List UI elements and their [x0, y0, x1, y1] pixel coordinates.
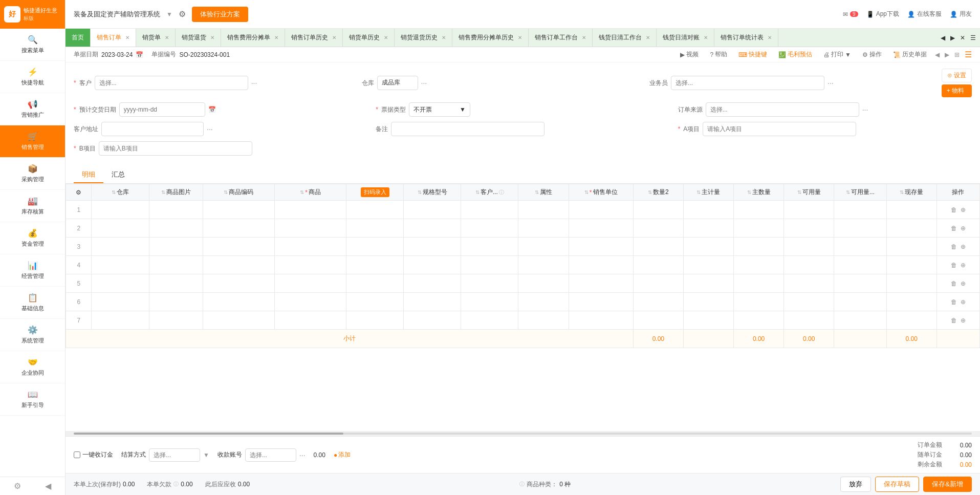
close-tab-6[interactable]: ✕: [384, 35, 388, 40]
address-dots[interactable]: ···: [207, 125, 213, 133]
tab-slip-history[interactable]: 销货单历史 ✕: [343, 29, 395, 47]
sub-tab-summary[interactable]: 汇总: [103, 167, 133, 183]
sidebar-item-search[interactable]: 🔍 搜索菜单: [0, 29, 65, 61]
close-tab-3[interactable]: ✕: [210, 35, 214, 40]
sidebar-item-marketing[interactable]: 📢 营销推广: [0, 93, 65, 125]
customer-input[interactable]: [95, 76, 248, 90]
copy-row-3-btn[interactable]: ⊕: [961, 243, 966, 250]
topbar-gear-icon[interactable]: ⚙: [179, 9, 186, 19]
discard-button[interactable]: 放弃: [840, 477, 871, 492]
copy-row-1-btn[interactable]: ⊕: [961, 206, 966, 213]
tab-sales-history[interactable]: 销售订单历史 ✕: [285, 29, 343, 47]
sidebar-item-operations[interactable]: 📊 经营管理: [0, 254, 65, 287]
sidebar-item-guide[interactable]: 📖 新手引导: [0, 383, 65, 416]
salesperson-input[interactable]: [671, 76, 824, 90]
scan-btn[interactable]: 扫码录入: [361, 187, 389, 197]
cell-attribute-1[interactable]: [518, 201, 569, 219]
cell-spec-1[interactable]: [404, 201, 461, 219]
settings-button[interactable]: ⊙ 设置: [942, 69, 972, 82]
view-btn[interactable]: ▶ 视频: [677, 49, 702, 60]
shortcut-btn[interactable]: ⌨ 快捷键: [735, 49, 770, 60]
order-source-dots[interactable]: ···: [862, 105, 868, 114]
receipt-account-dots[interactable]: ···: [299, 451, 306, 459]
horizontal-scrollbar[interactable]: [66, 431, 980, 436]
save-new-button[interactable]: 保存&新增: [923, 477, 972, 492]
sidebar-item-quicknav[interactable]: ⚡ 快捷导航: [0, 61, 65, 93]
calendar-icon[interactable]: 📅: [136, 51, 143, 58]
tab-prev-btn[interactable]: ◀: [939, 33, 947, 42]
nav-next-btn[interactable]: ▶: [945, 51, 949, 58]
cell-unit-1[interactable]: [569, 201, 633, 219]
tab-fee-history[interactable]: 销售费用分摊单历史 ✕: [452, 29, 529, 47]
close-tab-9[interactable]: ✕: [582, 35, 586, 40]
cell-qty2-1[interactable]: [633, 201, 683, 219]
nav-prev-btn[interactable]: ◀: [935, 51, 940, 58]
tab-sales-fee[interactable]: 销售费用分摊单 ✕: [221, 29, 285, 47]
help-btn[interactable]: ? 帮助: [707, 49, 730, 60]
delivery-date-input[interactable]: [119, 102, 205, 117]
solution-button[interactable]: 体验行业方案: [192, 7, 248, 22]
add-material-button[interactable]: + 物料: [942, 84, 972, 97]
sidebar-item-cooperation[interactable]: 🤝 企业协同: [0, 351, 65, 383]
delete-row-1-btn[interactable]: 🗑: [951, 206, 957, 213]
copy-row-4-btn[interactable]: ⊕: [961, 262, 966, 269]
copy-row-2-btn[interactable]: ⊕: [961, 225, 966, 232]
payment-dropdown-icon[interactable]: ▼: [203, 451, 209, 459]
cell-warehouse-1[interactable]: [92, 201, 149, 219]
print-dropdown-icon[interactable]: ▼: [845, 51, 851, 58]
expand-view-btn[interactable]: ⊞: [954, 51, 960, 58]
user-avatar[interactable]: 👤 用友: [950, 10, 972, 18]
sidebar-item-system[interactable]: ⚙️ 系统管理: [0, 319, 65, 351]
tab-close-all-btn[interactable]: ✕: [958, 33, 967, 42]
history-btn[interactable]: 📜 历史单据: [890, 49, 930, 60]
tab-order-workbench[interactable]: 销售订单工作台 ✕: [529, 29, 593, 47]
app-download-btn[interactable]: 📱 App下载: [866, 10, 899, 18]
tab-daily-workbench[interactable]: 钱货日清工作台 ✕: [593, 29, 657, 47]
sidebar-item-sales[interactable]: 🛒 销售管理: [0, 125, 65, 158]
a-project-input[interactable]: [703, 122, 856, 136]
tab-daily-reconcile[interactable]: 钱货日清对账 ✕: [657, 29, 714, 47]
order-source-input[interactable]: [706, 102, 859, 117]
close-tab-10[interactable]: ✕: [646, 35, 650, 40]
sidebar-item-finance[interactable]: 💰 资金管理: [0, 222, 65, 254]
close-tab-2[interactable]: ✕: [165, 35, 169, 40]
close-tab-8[interactable]: ✕: [518, 35, 522, 40]
scrollbar-thumb[interactable]: [74, 433, 343, 435]
cell-customer-code-1[interactable]: [461, 201, 518, 219]
sidebar-item-inventory[interactable]: 🏭 库存核算: [0, 190, 65, 222]
copy-row-5-btn[interactable]: ⊕: [961, 280, 966, 287]
tab-return-history[interactable]: 销货退货历史 ✕: [395, 29, 452, 47]
settings-footer-btn[interactable]: ⚙: [14, 481, 21, 491]
address-input[interactable]: [101, 122, 204, 136]
close-tab-4[interactable]: ✕: [274, 35, 278, 40]
tab-sales-return[interactable]: 销货退货 ✕: [176, 29, 221, 47]
invoice-type-select[interactable]: 不开票 ▼: [409, 102, 470, 117]
profit-btn[interactable]: 💹 毛利预估: [775, 49, 815, 60]
sub-tab-detail[interactable]: 明细: [74, 167, 103, 183]
delete-row-3-btn[interactable]: 🗑: [951, 243, 957, 250]
close-sales-order-tab[interactable]: ✕: [125, 35, 129, 40]
delete-row-4-btn[interactable]: 🗑: [951, 262, 957, 269]
remark-input[interactable]: [391, 122, 545, 136]
online-service-btn[interactable]: 👤 在线客服: [907, 10, 942, 18]
close-tab-7[interactable]: ✕: [442, 35, 446, 40]
close-tab-12[interactable]: ✕: [768, 35, 772, 40]
tab-menu-btn[interactable]: ☰: [968, 33, 978, 42]
save-draft-button[interactable]: 保存草稿: [875, 477, 919, 492]
receipt-account-input[interactable]: [245, 448, 296, 462]
cell-goods-1[interactable]: [274, 201, 346, 219]
sidebar-item-purchase[interactable]: 📦 采购管理: [0, 158, 65, 190]
print-btn[interactable]: 🖨 打印 ▼: [820, 49, 854, 60]
cell-image-1[interactable]: [149, 201, 203, 219]
add-deposit-btn[interactable]: ● 添加: [334, 450, 351, 459]
tab-home[interactable]: 首页: [66, 29, 91, 47]
delete-row-5-btn[interactable]: 🗑: [951, 280, 957, 287]
close-tab-5[interactable]: ✕: [332, 35, 336, 40]
copy-row-7-btn[interactable]: ⊕: [961, 317, 966, 324]
delete-row-6-btn[interactable]: 🗑: [951, 298, 957, 306]
sidebar-item-basicinfo[interactable]: 📋 基础信息: [0, 287, 65, 319]
payment-method-input[interactable]: [149, 448, 200, 462]
customer-dots[interactable]: ···: [251, 79, 257, 87]
one-click-deposit-input[interactable]: [74, 451, 80, 458]
b-project-input[interactable]: [99, 141, 252, 156]
